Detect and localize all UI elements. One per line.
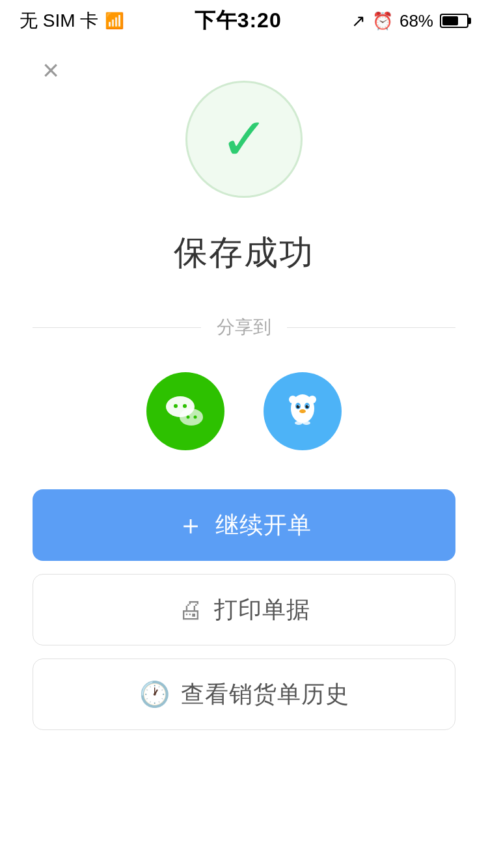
wechat-icon — [163, 388, 208, 434]
battery-icon — [440, 14, 468, 28]
success-circle: ✓ — [185, 81, 303, 198]
svg-point-3 — [183, 404, 187, 408]
svg-point-12 — [308, 405, 309, 407]
print-label: 打印单据 — [214, 594, 310, 626]
status-bar: 无 SIM 卡 📶 下午3:20 ↗ ⏰ 68% — [0, 0, 488, 42]
printer-icon: 🖨 — [178, 596, 204, 624]
close-button[interactable]: × — [33, 52, 69, 88]
qq-share-button[interactable] — [264, 372, 342, 450]
divider-right — [287, 327, 455, 328]
alarm-icon: ⏰ — [372, 11, 393, 31]
status-time: 下午3:20 — [195, 7, 282, 35]
svg-point-1 — [180, 409, 203, 426]
action-buttons: ＋ 继续开单 🖨 打印单据 🕐 查看销货单历史 — [33, 489, 455, 730]
share-label: 分享到 — [201, 315, 287, 340]
svg-point-15 — [308, 396, 316, 403]
close-icon: × — [42, 56, 59, 85]
svg-point-14 — [289, 396, 297, 403]
share-section: 分享到 — [33, 315, 455, 450]
status-right: ↗ ⏰ 68% — [351, 11, 468, 31]
continue-order-label: 继续开单 — [215, 509, 312, 541]
share-divider: 分享到 — [33, 315, 455, 340]
svg-point-9 — [299, 405, 300, 407]
checkmark-icon: ✓ — [220, 110, 269, 169]
sim-status: 无 SIM 卡 — [20, 8, 98, 33]
success-title: 保存成功 — [174, 230, 314, 276]
plus-icon: ＋ — [177, 507, 205, 543]
continue-order-button[interactable]: ＋ 继续开单 — [33, 489, 455, 561]
qq-icon — [280, 389, 325, 433]
svg-point-17 — [303, 421, 310, 425]
wifi-icon: 📶 — [105, 12, 124, 30]
svg-point-5 — [194, 416, 197, 419]
location-icon: ↗ — [351, 11, 366, 31]
svg-point-13 — [299, 409, 306, 413]
svg-point-16 — [295, 421, 303, 425]
wechat-share-button[interactable] — [146, 372, 224, 450]
status-left: 无 SIM 卡 📶 — [20, 8, 124, 33]
history-button[interactable]: 🕐 查看销货单历史 — [33, 658, 455, 730]
main-content: ✓ 保存成功 分享到 — [0, 42, 488, 868]
clock-icon: 🕐 — [139, 680, 170, 709]
share-icons — [33, 372, 455, 450]
svg-point-2 — [174, 404, 178, 408]
print-button[interactable]: 🖨 打印单据 — [33, 574, 455, 645]
svg-point-4 — [187, 416, 190, 419]
divider-left — [33, 327, 201, 328]
history-label: 查看销货单历史 — [181, 679, 349, 711]
battery-percent: 68% — [400, 11, 433, 31]
